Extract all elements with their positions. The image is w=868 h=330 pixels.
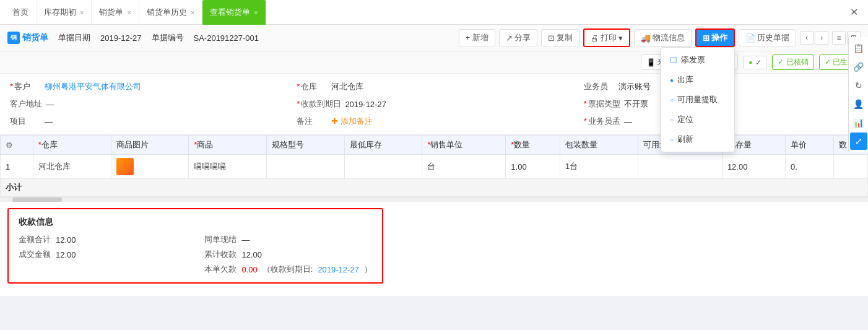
close-history-tab[interactable]: × — [191, 9, 194, 16]
form-area: 客户 柳州粤港平安气体有限公司 仓库 河北仓库 业务员 演示账号 客户地址 — … — [0, 74, 868, 135]
list-view-icon[interactable]: ≡ — [832, 31, 846, 45]
phone-icon: 📱 — [646, 58, 656, 67]
product-table-container: ⚙ *仓库 商品图片 *商品 规格型号 最低库存 *销售单位 *数量 包装数量 … — [0, 135, 868, 202]
new-label: + 新增 — [466, 32, 488, 43]
sidebar-icon-person[interactable]: 👤 — [850, 95, 867, 113]
payment-title: 收款信息 — [19, 217, 372, 228]
row-min-stock — [344, 155, 422, 179]
close-inventory-tab[interactable]: × — [80, 9, 84, 16]
toolbar-row1: 销 销货单 单据日期 2019-12-27 单据编号 SA-20191227-0… — [0, 25, 868, 51]
history-icon: 📄 — [745, 33, 755, 43]
row-unit: 台 — [422, 155, 506, 179]
print-dropdown-icon: ▾ — [618, 33, 623, 43]
table-row: 1 河北仓库 嗝嗝嗝嗝 台 1.00 1台 12.00 0. — [1, 155, 868, 179]
close-view-tab[interactable]: × — [254, 9, 258, 16]
operate-dropdown-menu: ☐ 添发票 ● 出库 ○ 可用量提取 ○ 定位 — [661, 47, 735, 152]
row-product: 嗝嗝嗝嗝 — [189, 155, 267, 179]
history-button[interactable]: 📄 历史单据 — [739, 29, 796, 46]
nav-arrows: ‹ › — [800, 31, 828, 45]
sidebar-icon-chart[interactable]: 📊 — [850, 114, 867, 131]
sidebar-icon-rotate[interactable]: ↻ — [850, 77, 867, 94]
share-button[interactable]: ↗ 分享 — [499, 29, 537, 46]
refresh-icon: ○ — [670, 136, 674, 143]
tab-view-sales[interactable]: 查看销货单 × — [202, 0, 266, 25]
row-product-img — [111, 155, 189, 179]
transaction-row: 成交金额 12.00 — [19, 249, 186, 260]
out-stock-icon: ● — [670, 77, 674, 84]
project-value: — — [45, 117, 53, 126]
address-value: — — [46, 100, 54, 109]
menu-add-invoice[interactable]: ☐ 添发票 — [661, 50, 734, 70]
menu-available-qty[interactable]: ○ 可用量提取 — [661, 90, 734, 110]
customer-value[interactable]: 柳州粤港平安气体有限公司 — [45, 81, 141, 92]
col-settings[interactable]: ⚙ — [1, 136, 33, 155]
print-button[interactable]: 🖨 打印 ▾ — [583, 28, 630, 47]
due-date-close: ） — [364, 264, 372, 275]
locate-icon: ○ — [670, 116, 674, 123]
menu-locate[interactable]: ○ 定位 — [661, 110, 734, 129]
close-all-tabs[interactable]: ✕ — [845, 6, 863, 18]
confirm-icon: ✓ — [755, 58, 762, 67]
close-sales-tab[interactable]: × — [127, 9, 131, 16]
sales-staff-label: 业务员孟 — [584, 116, 620, 127]
copy-label: 复制 — [557, 32, 573, 43]
print-icon: 🖨 — [591, 33, 599, 43]
col-unit: *销售单位 — [422, 136, 506, 155]
sidebar-icon-link[interactable]: 🔗 — [850, 58, 867, 76]
tab-home[interactable]: 首页 — [5, 0, 37, 25]
transaction-value: 12.00 — [56, 250, 76, 259]
due-date-text: （收款到期日: — [263, 264, 313, 275]
print-label: 打印 — [601, 32, 617, 43]
menu-out-stock[interactable]: ● 出库 — [661, 70, 734, 90]
tab-inventory[interactable]: 库存期初 × — [37, 0, 92, 25]
accumulated-value: 12.00 — [241, 250, 262, 259]
sidebar-icon-expand[interactable]: ⤢ — [850, 132, 867, 150]
new-button[interactable]: + 新增 — [459, 29, 495, 46]
product-table: ⚙ *仓库 商品图片 *商品 规格型号 最低库存 *销售单位 *数量 包装数量 … — [0, 135, 868, 197]
operate-grid-icon: ⊞ — [703, 33, 710, 43]
product-image — [116, 158, 134, 175]
project-label: 项目 — [10, 116, 41, 127]
row-spec — [266, 155, 344, 179]
add-remark-button[interactable]: ✚ 添加备注 — [331, 116, 373, 127]
plus-icon: ✚ — [331, 116, 341, 126]
available-qty-label: 可用量提取 — [677, 94, 718, 105]
staff-value: 演示账号 — [618, 81, 651, 92]
col-min-stock: 最低库存 — [344, 136, 422, 155]
out-stock-label: 出库 — [677, 74, 693, 85]
logistics-button[interactable]: 🚚 物流信息 — [634, 29, 692, 46]
col-product-img: 商品图片 — [111, 136, 189, 155]
payment-section: 收款信息 金额合计 12.00 成交金额 12.00 同单现结 — — [0, 202, 868, 296]
copy-button[interactable]: ⊡ 复制 — [541, 29, 579, 46]
confirm-btn[interactable]: ✓ — [743, 56, 767, 69]
current-owed-value: 0.00 — [241, 265, 257, 274]
scrollbar-thumb[interactable] — [12, 198, 62, 202]
operate-button[interactable]: ⊞ 操作 — [695, 28, 735, 47]
sidebar-icon-document[interactable]: 📋 — [850, 40, 867, 57]
payment-grid: 金额合计 12.00 成交金额 12.00 同单现结 — 累计收款 — [19, 234, 372, 275]
row-amount — [834, 155, 868, 179]
toolbar-actions: + 新增 ↗ 分享 ⊡ 复制 🖨 打印 ▾ 🚚 物流信息 ⊞ — [459, 28, 861, 47]
payment-date-value: 2019-12-27 — [345, 100, 386, 109]
table-header-row: ⚙ *仓库 商品图片 *商品 规格型号 最低库存 *销售单位 *数量 包装数量 … — [1, 136, 868, 155]
refresh-label: 刷新 — [677, 134, 693, 145]
copy-icon: ⊡ — [548, 33, 555, 43]
tab-sales-order[interactable]: 销货单 × — [92, 0, 139, 25]
address-field: 客户地址 — — [10, 98, 284, 110]
customer-field: 客户 柳州粤港平安气体有限公司 — [10, 81, 284, 92]
horizontal-scrollbar[interactable] — [0, 197, 868, 202]
right-sidebar: 📋 🔗 ↻ 👤 📊 ⤢ — [848, 37, 868, 152]
warehouse-value: 河北仓库 — [331, 81, 363, 92]
prev-arrow[interactable]: ‹ — [800, 31, 814, 45]
payment-col1: 金额合计 12.00 成交金额 12.00 — [19, 234, 186, 275]
main-content: 销 销货单 单据日期 2019-12-27 单据编号 SA-20191227-0… — [0, 25, 868, 296]
next-arrow[interactable]: › — [815, 31, 828, 45]
doc-type-icon: 销 — [7, 32, 20, 44]
address-label: 客户地址 — [10, 98, 42, 110]
logistics-label: 物流信息 — [653, 32, 685, 43]
menu-refresh[interactable]: ○ 刷新 — [661, 129, 734, 149]
warehouse-label: 仓库 — [297, 81, 328, 92]
col-unit-price: 单价 — [785, 136, 833, 155]
ticket-type-value: 不开票 — [624, 98, 648, 110]
tab-sales-history[interactable]: 销货单历史 × — [139, 0, 202, 25]
